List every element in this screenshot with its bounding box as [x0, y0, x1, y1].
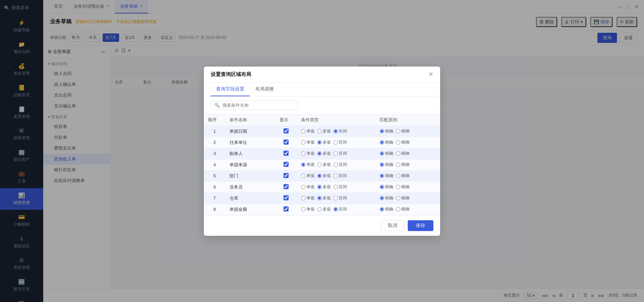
radio-exact[interactable]: 精确 [380, 162, 393, 168]
search-input-wrap: 🔍 [211, 101, 298, 110]
radio-multi[interactable]: 多值 [317, 184, 331, 190]
cell-seq: 4 [204, 159, 225, 170]
radio-range[interactable]: 区间 [333, 206, 347, 212]
cell-type[interactable]: 单值 多值 区间 [297, 204, 376, 215]
show-checkbox[interactable] [284, 128, 289, 133]
cell-show[interactable] [275, 170, 297, 181]
show-checkbox[interactable] [284, 151, 289, 156]
cell-type[interactable]: 单值 多值 区间 [297, 159, 376, 170]
cell-match[interactable]: 精确 模糊 [376, 204, 440, 215]
cell-match[interactable]: 精确 模糊 [376, 126, 440, 137]
cell-match[interactable]: 精确 模糊 [376, 170, 440, 181]
cancel-button[interactable]: 取消 [381, 220, 404, 231]
cell-name: 往来单位 [225, 137, 275, 148]
cell-name: 制单人 [225, 148, 275, 159]
cell-type[interactable]: 单值 多值 区间 [297, 181, 376, 193]
cell-type[interactable]: 单值 多值 区间 [297, 126, 376, 137]
radio-multi[interactable]: 多值 [317, 162, 331, 168]
show-checkbox[interactable] [284, 206, 289, 211]
cell-seq: 2 [204, 137, 225, 148]
cell-seq: 3 [204, 148, 225, 159]
cell-type[interactable]: 单值 多值 区间 [297, 193, 376, 204]
radio-fuzzy[interactable]: 模糊 [396, 195, 409, 201]
radio-exact[interactable]: 精确 [380, 206, 393, 212]
radio-multi[interactable]: 多值 [317, 140, 331, 145]
radio-exact[interactable]: 精确 [380, 128, 393, 134]
th-name: 条件名称 [225, 114, 275, 126]
condition-search-input[interactable] [222, 103, 295, 108]
cell-name: 业务员 [225, 181, 275, 193]
cell-match[interactable]: 精确 模糊 [376, 181, 440, 193]
radio-fuzzy[interactable]: 模糊 [396, 151, 409, 156]
radio-exact[interactable]: 精确 [380, 195, 393, 201]
show-checkbox[interactable] [284, 184, 289, 189]
radio-fuzzy[interactable]: 模糊 [396, 184, 409, 190]
radio-range[interactable]: 区间 [333, 140, 347, 145]
modal-save-button[interactable]: 保存 [408, 220, 433, 231]
radio-range[interactable]: 区间 [333, 162, 347, 168]
modal-tabs: 查询字段设置 布局调整 [204, 83, 440, 97]
radio-single[interactable]: 单值 [301, 151, 315, 156]
cell-show[interactable] [275, 193, 297, 204]
radio-range[interactable]: 区间 [333, 195, 347, 201]
conditions-table-scroll: 顺序 条件名称 显示 条件类型 匹配原则 1单据日期 单值 多值 区间 [204, 114, 440, 215]
radio-single[interactable]: 单值 [301, 140, 315, 145]
tab-field-settings[interactable]: 查询字段设置 [211, 83, 250, 96]
cell-type[interactable]: 单值 多值 区间 [297, 148, 376, 159]
cell-show[interactable] [275, 126, 297, 137]
radio-multi[interactable]: 多值 [317, 195, 331, 201]
radio-multi[interactable]: 多值 [317, 151, 331, 156]
table-row: 8单据金额 单值 多值 区间 精确 模糊 [204, 204, 440, 215]
radio-multi[interactable]: 多值 [317, 128, 331, 134]
show-checkbox[interactable] [284, 140, 289, 145]
cell-show[interactable] [275, 148, 297, 159]
radio-fuzzy[interactable]: 模糊 [396, 140, 409, 145]
cell-seq: 6 [204, 181, 225, 193]
cell-seq: 8 [204, 204, 225, 215]
modal-header: 设置查询区域布局 ✕ [204, 67, 440, 83]
cell-name: 单据日期 [225, 126, 275, 137]
radio-exact[interactable]: 精确 [380, 151, 393, 156]
cell-type[interactable]: 单值 多值 区间 [297, 137, 376, 148]
radio-multi[interactable]: 多值 [317, 173, 331, 179]
modal: 设置查询区域布局 ✕ 查询字段设置 布局调整 🔍 顺序 [204, 67, 440, 236]
modal-search-area: 🔍 [204, 97, 440, 114]
radio-fuzzy[interactable]: 模糊 [396, 128, 409, 134]
radio-range[interactable]: 区间 [333, 151, 347, 156]
th-show: 显示 [275, 114, 297, 126]
radio-fuzzy[interactable]: 模糊 [396, 206, 409, 212]
cell-show[interactable] [275, 137, 297, 148]
radio-fuzzy[interactable]: 模糊 [396, 173, 409, 179]
show-checkbox[interactable] [284, 173, 289, 178]
radio-single[interactable]: 单值 [301, 128, 315, 134]
cell-show[interactable] [275, 159, 297, 170]
cell-match[interactable]: 精确 模糊 [376, 148, 440, 159]
radio-exact[interactable]: 精确 [380, 173, 393, 179]
cell-show[interactable] [275, 181, 297, 193]
cell-seq: 1 [204, 126, 225, 137]
cell-match[interactable]: 精确 模糊 [376, 137, 440, 148]
radio-single[interactable]: 单值 [301, 162, 315, 168]
radio-multi[interactable]: 多值 [317, 206, 331, 212]
radio-range[interactable]: 区间 [333, 173, 347, 179]
radio-range[interactable]: 区间 [333, 184, 347, 190]
cell-match[interactable]: 精确 模糊 [376, 159, 440, 170]
show-checkbox[interactable] [284, 162, 289, 167]
tab-field-settings-label: 查询字段设置 [216, 86, 244, 92]
radio-single[interactable]: 单值 [301, 206, 315, 212]
show-checkbox[interactable] [284, 195, 289, 200]
cell-match[interactable]: 精确 模糊 [376, 193, 440, 204]
cell-show[interactable] [275, 204, 297, 215]
radio-fuzzy[interactable]: 模糊 [396, 162, 409, 168]
table-row: 1单据日期 单值 多值 区间 精确 模糊 [204, 126, 440, 137]
cell-type[interactable]: 单值 多值 区间 [297, 170, 376, 181]
radio-exact[interactable]: 精确 [380, 140, 393, 145]
radio-single[interactable]: 单值 [301, 184, 315, 190]
modal-close-button[interactable]: ✕ [428, 71, 433, 77]
tab-layout-adjust[interactable]: 布局调整 [250, 83, 279, 96]
cell-seq: 5 [204, 170, 225, 181]
radio-range[interactable]: 区间 [333, 128, 347, 134]
radio-exact[interactable]: 精确 [380, 184, 393, 190]
radio-single[interactable]: 单值 [301, 173, 315, 179]
radio-single[interactable]: 单值 [301, 195, 315, 201]
